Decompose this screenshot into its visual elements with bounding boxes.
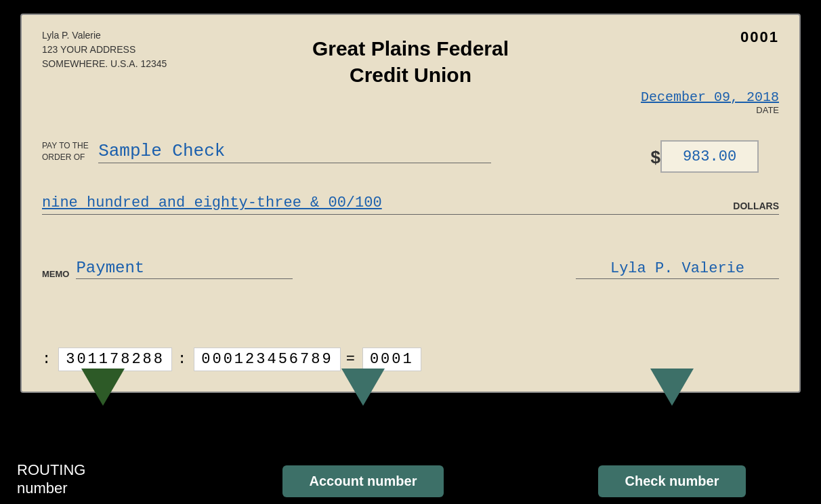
bank-name: Great Plains Federal Credit Union: [312, 35, 509, 88]
routing-label: ROUTING number: [17, 461, 149, 497]
amount-value: 983.00: [683, 148, 736, 165]
micr-dash: =: [346, 351, 357, 368]
written-amount: nine hundred and eighty-three & 00/100: [42, 194, 382, 211]
check-number-badge: Check number: [598, 465, 746, 497]
date-value: December 09, 2018: [641, 89, 779, 105]
routing-number: 301178288: [58, 348, 172, 371]
account-number-micr: 000123456789: [194, 348, 340, 371]
check: 0001 Lyla P. Valerie 123 YOUR ADDRESS SO…: [20, 14, 801, 393]
micr-line: : 301178288 : 000123456789 = 0001: [42, 348, 779, 371]
dollars-label: DOLLARS: [733, 201, 779, 211]
amount-box: 983.00: [660, 140, 759, 173]
date-area: December 09, 2018 DATE: [641, 89, 779, 115]
pay-to-label: PAY TO THE ORDER OF: [42, 140, 89, 163]
memo-line: Payment: [76, 259, 293, 279]
payee-line: Sample Check: [98, 141, 491, 163]
account-arrow: [341, 369, 385, 406]
check-number-micr: 0001: [362, 348, 421, 371]
payee-name: Sample Check: [98, 141, 225, 161]
right-spacer: [767, 406, 821, 504]
written-amount-section: nine hundred and eighty-three & 00/100 D…: [42, 194, 779, 215]
routing-arrow: [81, 369, 125, 406]
check-number-top: 0001: [740, 28, 779, 46]
owner-address: Lyla P. Valerie 123 YOUR ADDRESS SOMEWHE…: [42, 28, 167, 71]
check-number-block: Check number: [577, 406, 767, 504]
memo-sig-section: MEMO Payment Lyla P. Valerie: [42, 259, 779, 279]
signature-value: Lyla P. Valerie: [610, 260, 744, 277]
micr-close: :: [177, 351, 188, 368]
pay-section: PAY TO THE ORDER OF Sample Check $ 983.0…: [42, 140, 779, 163]
bottom-section: ROUTING number Account number Check numb…: [0, 406, 821, 504]
memo-label: MEMO: [42, 269, 69, 279]
signature-area: Lyla P. Valerie: [576, 260, 779, 279]
check-number-arrow: [650, 369, 694, 406]
owner-address1: 123 YOUR ADDRESS: [42, 43, 167, 57]
account-block: Account number: [149, 406, 577, 504]
account-number-badge: Account number: [282, 465, 444, 497]
date-label: DATE: [641, 105, 779, 115]
routing-block: ROUTING number: [0, 406, 149, 504]
page-wrapper: 0001 Lyla P. Valerie 123 YOUR ADDRESS SO…: [0, 0, 821, 504]
memo-value: Payment: [76, 259, 144, 277]
dollar-sign: $: [651, 147, 660, 168]
micr-open: :: [42, 351, 53, 368]
owner-address2: SOMEWHERE. U.S.A. 12345: [42, 57, 167, 71]
owner-name: Lyla P. Valerie: [42, 28, 167, 43]
